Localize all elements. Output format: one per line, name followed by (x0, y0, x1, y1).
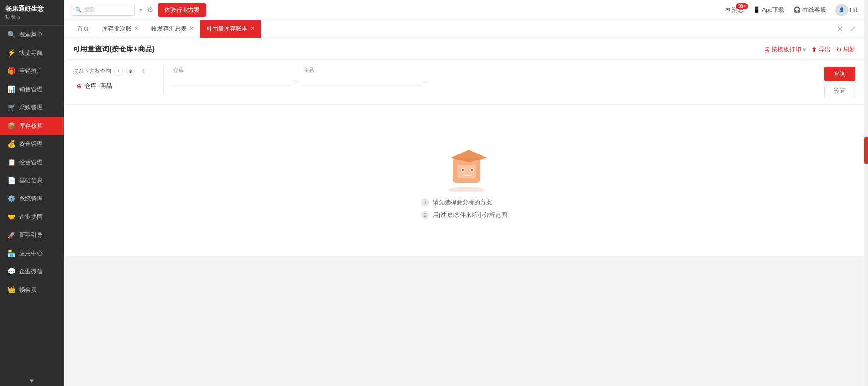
message-button[interactable]: ✉ 消息 99+ (725, 6, 744, 14)
page-header: 可用量查询(按仓库+商品) 🖨 按模板打印 ▾ ⬆ 导出 ↻ 刷新 (64, 38, 864, 61)
search-icon: 🔍 (75, 7, 82, 13)
filter-fields: 仓库 ··· 商品 ··· (164, 67, 824, 87)
sidebar-item-label: 企业微信 (19, 268, 43, 276)
refresh-button[interactable]: ↻ 刷新 (836, 46, 855, 54)
sidebar-item-label: 资金管理 (19, 140, 43, 148)
phone-icon: 📱 (753, 6, 760, 13)
sidebar-item-purchase[interactable]: 🛒 采购管理 (0, 98, 64, 117)
svg-point-7 (448, 187, 485, 192)
hint-text-1: 请先选择要分析的方案 (433, 198, 492, 206)
app-download-button[interactable]: 📱 App下载 (753, 6, 784, 14)
hint-num-2: 2 (421, 211, 429, 219)
sidebar-item-label: 快捷导航 (19, 49, 43, 57)
topbar-search[interactable]: 🔍 搜索 (71, 4, 135, 16)
gear-icon: ⚙️ (7, 195, 15, 203)
tab-close-icon[interactable]: ✕ (134, 26, 138, 31)
scheme-icon: ⊕ (76, 82, 82, 90)
sidebar-item-system[interactable]: ⚙️ 系统管理 (0, 190, 64, 208)
tab-batch-ledger[interactable]: 库存批次账 ✕ (96, 20, 145, 38)
tab-close-icon[interactable]: ✕ (250, 26, 254, 31)
page-content: 可用量查询(按仓库+商品) 🖨 按模板打印 ▾ ⬆ 导出 ↻ 刷新 (64, 38, 864, 386)
scheme-item-warehouse-goods[interactable]: ⊕ 仓库+商品 (73, 79, 158, 93)
chevron-down-icon[interactable]: ▾ (803, 46, 806, 53)
svg-point-6 (471, 169, 473, 171)
goods-input[interactable] (303, 76, 421, 87)
empty-illustration (442, 142, 487, 187)
export-button[interactable]: ⬆ 导出 (812, 46, 831, 54)
settings-button[interactable]: 设置 (824, 84, 855, 98)
box-icon: 📦 (7, 122, 15, 130)
topbar-chevron-down-icon[interactable]: ▾ (139, 6, 142, 13)
sidebar-item-operations[interactable]: 📋 经营管理 (0, 153, 64, 171)
message-badge: 99+ (736, 3, 748, 9)
goods-more-button[interactable]: ··· (423, 78, 428, 85)
sidebar-item-member[interactable]: 👑 畅会员 (0, 281, 64, 299)
export-label: 导出 (819, 46, 831, 54)
topbar-gear-icon[interactable]: ⚙ (147, 5, 153, 14)
tab-collect-summary-label: 收发存汇总表 (151, 25, 187, 33)
query-button[interactable]: 查询 (824, 67, 855, 81)
sidebar-item-guide[interactable]: 🚀 新手引导 (0, 226, 64, 244)
warehouse-more-button[interactable]: ··· (293, 78, 298, 85)
search-icon: 🔍 (7, 31, 15, 39)
sidebar-item-app-center[interactable]: 🏪 应用中心 (0, 244, 64, 262)
warehouse-input[interactable] (173, 76, 291, 87)
sidebar-item-label: 经营管理 (19, 158, 43, 166)
tab-home[interactable]: 首页 (71, 20, 96, 38)
sidebar-item-finance[interactable]: 💰 资金管理 (0, 135, 64, 153)
goods-field: 商品 ··· (303, 67, 428, 87)
filter-actions: 查询 设置 (824, 67, 855, 98)
cart-icon: 🛒 (7, 103, 15, 112)
user-profile[interactable]: 👤 Rit (835, 4, 857, 16)
empty-state: 1 请先选择要分析的方案 2 用[过滤]条件来缩小分析范围 (64, 105, 864, 256)
tab-home-label: 首页 (77, 25, 89, 33)
expand-icon[interactable]: ⤢ (848, 23, 857, 35)
sidebar-item-label: 应用中心 (19, 249, 43, 257)
sidebar-item-label: 采购管理 (19, 103, 43, 112)
sidebar-scroll: 🔍 搜索菜单 ⚡ 快捷导航 🎁 营销推广 📊 销售管理 🛒 采购管理 📦 库存核… (0, 26, 64, 376)
scrollbar-thumb[interactable] (864, 137, 868, 164)
print-label: 按模板打印 (772, 46, 801, 54)
sidebar-scroll-down[interactable]: ▼ (0, 376, 64, 386)
sidebar-item-sales[interactable]: 📊 销售管理 (0, 80, 64, 98)
tab-close-icon[interactable]: ✕ (189, 26, 193, 31)
crown-icon: 👑 (7, 286, 15, 294)
close-tab-icon[interactable]: ✕ (835, 23, 845, 35)
hint-text-2: 用[过滤]条件来缩小分析范围 (433, 211, 507, 219)
sidebar-item-enterprise[interactable]: 🤝 企业协同 (0, 208, 64, 226)
tab-available-qty[interactable]: 可用量库存账本 ✕ (200, 20, 261, 38)
sidebar-item-label: 营销推广 (19, 67, 43, 75)
sidebar-item-wechat[interactable]: 💬 企业微信 (0, 262, 64, 281)
sidebar: 畅康通好生意 标准版 🔍 搜索菜单 ⚡ 快捷导航 🎁 营销推广 📊 销售管理 🛒… (0, 0, 64, 386)
gift-icon: 🎁 (7, 67, 15, 75)
empty-hints: 1 请先选择要分析的方案 2 用[过滤]条件来缩小分析范围 (421, 198, 507, 219)
sidebar-item-quick-nav[interactable]: ⚡ 快捷导航 (0, 44, 64, 62)
empty-illustration-svg (442, 142, 496, 192)
app-edition: 标准版 (5, 14, 58, 21)
trial-button[interactable]: 体验行业方案 (158, 3, 206, 17)
store-icon: 🏪 (7, 249, 15, 257)
hint-num-1: 1 (421, 198, 429, 206)
main-content: 🔍 搜索 ▾ ⚙ 体验行业方案 ✉ 消息 99+ 📱 App下载 🎧 在线客服 … (64, 0, 864, 386)
tab-collect-summary[interactable]: 收发存汇总表 ✕ (145, 20, 200, 38)
hint-item-2: 2 用[过滤]条件来缩小分析范围 (421, 211, 507, 219)
online-service-label: 在线客服 (802, 6, 826, 14)
sidebar-item-basic[interactable]: 📄 基础信息 (0, 171, 64, 190)
sidebar-item-search[interactable]: 🔍 搜索菜单 (0, 26, 64, 44)
handshake-icon: 🤝 (7, 213, 15, 221)
sidebar-item-marketing[interactable]: 🎁 营销推广 (0, 62, 64, 80)
collapse-scheme-button[interactable]: 《 (137, 67, 147, 76)
app-name: 畅康通好生意 (5, 5, 58, 14)
chart-icon: 📊 (7, 85, 15, 93)
print-button[interactable]: 🖨 按模板打印 ▾ (763, 46, 806, 54)
online-service-button[interactable]: 🎧 在线客服 (793, 6, 826, 14)
settings-scheme-button[interactable]: ⚙ (126, 67, 135, 76)
warehouse-field: 仓库 ··· (173, 67, 298, 87)
message-icon: ✉ (725, 6, 730, 13)
refresh-label: 刷新 (843, 46, 855, 54)
avatar-initials: 👤 (839, 7, 844, 12)
clipboard-icon: 📋 (7, 158, 15, 166)
right-scrollbar[interactable] (864, 0, 868, 386)
add-scheme-button[interactable]: + (114, 67, 123, 76)
sidebar-item-inventory[interactable]: 📦 库存核算 (0, 117, 64, 135)
